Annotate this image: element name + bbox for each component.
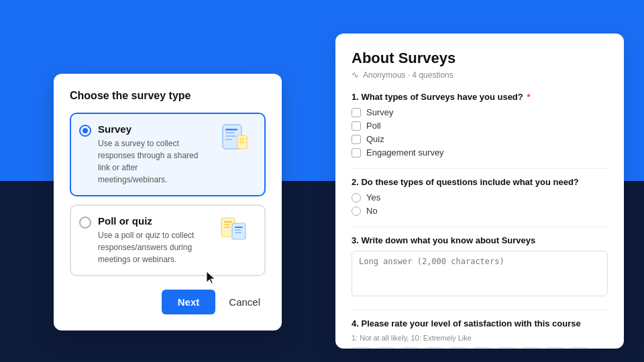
modal-title: Choose the survey type <box>70 90 266 102</box>
scene: Choose the survey type Survey Use a surv… <box>0 0 644 362</box>
poll-option-desc: Use a poll or quiz to collect responses/… <box>98 229 208 265</box>
svg-rect-3 <box>225 135 236 137</box>
cancel-button[interactable]: Cancel <box>223 290 266 314</box>
required-marker: * <box>527 92 530 102</box>
divider-2 <box>352 227 608 227</box>
checkbox-label-quiz: Quiz <box>366 134 384 144</box>
rating-2[interactable]: 2 <box>376 347 396 349</box>
survey-option-title: Survey <box>98 123 208 135</box>
checkbox-row-survey: Survey <box>352 107 608 117</box>
checkbox-label-poll: Poll <box>366 121 381 131</box>
panel-meta-text: Anonymous · 4 questions <box>363 70 453 80</box>
question-4: 4. Please rate your level of satisfactio… <box>352 318 608 349</box>
checkbox-engagement[interactable] <box>352 148 361 158</box>
question-4-label: 4. Please rate your level of satisfactio… <box>352 318 608 328</box>
rating-3[interactable]: 3 <box>400 347 420 349</box>
panel-meta: ∿ Anonymous · 4 questions <box>352 70 608 80</box>
radio-label-no: No <box>366 206 378 216</box>
survey-option-poll[interactable]: Poll or quiz Use a poll or quiz to colle… <box>70 204 266 276</box>
poll-option-content: Poll or quiz Use a poll or quiz to colle… <box>98 215 208 265</box>
svg-rect-14 <box>235 227 243 228</box>
poll-icon <box>215 215 255 245</box>
checkbox-label-survey: Survey <box>366 107 393 117</box>
svg-rect-8 <box>239 142 244 143</box>
radio-row-yes: Yes <box>352 192 608 202</box>
question-3-label: 3. Write down what you know about Survey… <box>352 235 608 245</box>
survey-type-modal: Choose the survey type Survey Use a surv… <box>54 74 282 330</box>
rating-numbers: 1 2 3 4 5 6 7 8 9 10 <box>352 347 608 349</box>
svg-rect-7 <box>239 140 244 141</box>
rating-scale: 1: Not at all likely, 10: Extremely Like… <box>352 334 608 349</box>
panel-title: About Surveys <box>352 50 608 67</box>
svg-rect-2 <box>225 132 235 133</box>
survey-option-desc: Use a survey to collect responses throug… <box>98 137 208 186</box>
rating-7[interactable]: 7 <box>496 347 517 349</box>
survey-radio[interactable] <box>79 125 91 137</box>
question-2-label: 2. Do these types of questions include w… <box>352 177 608 187</box>
question-3: 3. Write down what you know about Survey… <box>352 235 608 299</box>
svg-rect-6 <box>239 138 245 139</box>
rating-8[interactable]: 8 <box>521 347 541 349</box>
long-answer-input[interactable] <box>352 251 608 296</box>
checkbox-row-poll: Poll <box>352 121 608 131</box>
radio-row-no: No <box>352 206 608 216</box>
checkbox-label-engagement: Engagement survey <box>366 147 444 158</box>
rating-hint: 1: Not at all likely, 10: Extremely Like <box>352 334 608 342</box>
question-2: 2. Do these types of questions include w… <box>352 177 608 216</box>
rating-4[interactable]: 4 <box>424 347 444 349</box>
svg-rect-13 <box>232 223 246 239</box>
svg-rect-15 <box>235 229 241 231</box>
rating-1[interactable]: 1 <box>352 347 372 349</box>
rating-5[interactable]: 5 <box>448 347 468 349</box>
rating-9[interactable]: 9 <box>545 347 565 349</box>
survey-option-content: Survey Use a survey to collect responses… <box>98 123 208 186</box>
survey-preview-panel: About Surveys ∿ Anonymous · 4 questions … <box>335 34 624 349</box>
poll-radio[interactable] <box>79 217 91 229</box>
radio-yes[interactable] <box>352 193 361 202</box>
question-1: 1. What types of Surveys have you used? … <box>352 92 608 158</box>
modal-footer: Next Cancel <box>70 290 266 314</box>
checkbox-poll[interactable] <box>352 121 361 131</box>
svg-rect-16 <box>235 232 241 233</box>
svg-rect-11 <box>224 224 230 225</box>
radio-no[interactable] <box>352 206 361 216</box>
svg-rect-10 <box>224 221 232 223</box>
svg-rect-1 <box>225 129 237 131</box>
rating-10[interactable]: 10 <box>569 347 589 349</box>
poll-option-title: Poll or quiz <box>98 215 208 227</box>
survey-icon <box>215 123 255 153</box>
checkbox-quiz[interactable] <box>352 135 361 144</box>
svg-rect-12 <box>224 227 231 228</box>
anonymous-icon: ∿ <box>352 70 359 80</box>
checkbox-row-engagement: Engagement survey <box>352 147 608 158</box>
radio-label-yes: Yes <box>366 192 380 202</box>
rating-6[interactable]: 6 <box>472 347 492 349</box>
divider-3 <box>352 310 608 310</box>
question-1-label: 1. What types of Surveys have you used? … <box>352 92 608 102</box>
divider-1 <box>352 168 608 169</box>
next-button[interactable]: Next <box>162 290 216 314</box>
survey-option-survey[interactable]: Survey Use a survey to collect responses… <box>70 113 266 196</box>
checkbox-row-quiz: Quiz <box>352 134 608 144</box>
checkbox-survey[interactable] <box>352 108 361 117</box>
svg-rect-4 <box>225 139 232 140</box>
